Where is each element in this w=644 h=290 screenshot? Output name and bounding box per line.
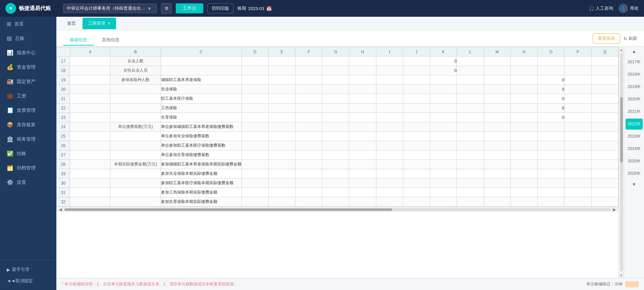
cell-18-o[interactable] <box>538 66 565 75</box>
cell-17-l[interactable] <box>457 57 484 66</box>
cell-17-g[interactable] <box>322 57 349 66</box>
cell-28-p[interactable] <box>565 160 591 169</box>
cell-18-j[interactable] <box>403 66 430 75</box>
cell-20-e[interactable] <box>268 85 295 94</box>
cell-28-a[interactable] <box>70 160 110 169</box>
cell-29-q[interactable] <box>591 169 618 178</box>
sub-tab-other[interactable]: 其他信息 <box>95 35 126 46</box>
cell-17-e[interactable] <box>268 57 295 66</box>
cell-32-e[interactable] <box>268 197 295 207</box>
cell-31-k[interactable] <box>430 188 457 197</box>
cell-20-j[interactable] <box>403 85 430 94</box>
cell-19-e[interactable] <box>268 75 295 85</box>
cell-30-m[interactable] <box>484 178 511 188</box>
cell-29-f[interactable] <box>296 169 322 178</box>
calendar-icon[interactable]: 📅 <box>266 6 272 11</box>
cell-32-k[interactable] <box>430 197 457 207</box>
cell-27-l[interactable] <box>457 150 484 160</box>
cell-32-j[interactable] <box>403 197 430 207</box>
sub-tab-basic[interactable]: 基础信息 <box>63 35 94 46</box>
cell-29-e[interactable] <box>268 169 295 178</box>
cell-30-i[interactable] <box>376 178 403 188</box>
cell-19-l[interactable] <box>457 75 484 85</box>
cell-22-e[interactable] <box>268 103 295 113</box>
cell-25-o[interactable] <box>538 132 565 141</box>
cell-30-l[interactable] <box>457 178 484 188</box>
cell-19-h[interactable] <box>349 75 376 85</box>
cell-29-k[interactable] <box>430 169 457 178</box>
cell-26-o[interactable] <box>538 141 565 150</box>
cell-17-d[interactable] <box>241 57 268 66</box>
cell-17-n[interactable] <box>511 57 537 66</box>
cell-22-c[interactable]: 工伤保险 <box>161 103 241 113</box>
cell-25-k[interactable] <box>430 132 457 141</box>
cell-22-a[interactable] <box>70 103 110 113</box>
cell-29-d[interactable] <box>241 169 268 178</box>
year-2021[interactable]: 2021年 <box>626 106 643 117</box>
scroll-left-arrow[interactable]: ◀ <box>58 207 63 212</box>
service-button[interactable]: 🎧 人工咨询 <box>589 5 613 11</box>
v-scroll-up-arrow[interactable]: ▲ <box>619 47 624 52</box>
cell-30-o[interactable] <box>538 178 565 188</box>
cell-18-q[interactable] <box>591 66 618 75</box>
cell-32-l[interactable] <box>457 197 484 207</box>
cell-19-a[interactable] <box>70 75 110 85</box>
cell-25-c[interactable]: 单位参加失业保险缴费基数 <box>161 132 241 141</box>
v-scroll-down-arrow[interactable]: ▼ <box>619 273 624 278</box>
cell-31-b[interactable] <box>110 188 161 197</box>
year-2026[interactable]: 2026年 <box>626 168 643 179</box>
cell-29-h[interactable] <box>349 169 376 178</box>
cell-18-k[interactable]: 0 <box>430 66 457 75</box>
cell-21-l[interactable] <box>457 94 484 103</box>
cell-22-m[interactable] <box>484 103 511 113</box>
cell-25-l[interactable] <box>457 132 484 141</box>
cell-30-e[interactable] <box>268 178 295 188</box>
cell-25-d[interactable] <box>241 132 268 141</box>
sidebar-item-invoice[interactable]: 🧾 发票管理 <box>0 103 56 118</box>
cell-31-g[interactable] <box>322 188 349 197</box>
sidebar-item-closing[interactable]: ✅ 结账 <box>0 146 56 161</box>
cell-24-f[interactable] <box>296 122 322 132</box>
cell-22-o[interactable]: 0 <box>538 103 565 113</box>
cell-26-q[interactable] <box>591 141 618 150</box>
sidebar-item-archive[interactable]: 🗂️ 归档管理 <box>0 161 56 175</box>
cell-28-d[interactable] <box>241 160 268 169</box>
cell-19-q[interactable] <box>591 75 618 85</box>
cell-17-j[interactable] <box>403 57 430 66</box>
cell-27-g[interactable] <box>322 150 349 160</box>
cell-22-f[interactable] <box>296 103 322 113</box>
cell-21-h[interactable] <box>349 94 376 103</box>
cell-23-n[interactable] <box>511 113 537 122</box>
cell-20-m[interactable] <box>484 85 511 94</box>
cell-23-a[interactable] <box>70 113 110 122</box>
cell-31-f[interactable] <box>296 188 322 197</box>
cell-24-a[interactable] <box>70 122 110 132</box>
cell-28-j[interactable] <box>403 160 430 169</box>
cell-27-b[interactable] <box>110 150 161 160</box>
tab-business[interactable]: 工商管理 ✕ <box>83 18 116 29</box>
cell-17-b[interactable]: 从业人数 <box>110 57 161 66</box>
cell-24-e[interactable] <box>268 122 295 132</box>
cell-25-f[interactable] <box>296 132 322 141</box>
cell-19-b[interactable]: 参保各险种人数 <box>110 75 161 85</box>
cell-24-m[interactable] <box>484 122 511 132</box>
sidebar-item-tax[interactable]: 🏦 税务管理 <box>0 132 56 146</box>
cell-31-j[interactable] <box>403 188 430 197</box>
cell-21-b[interactable] <box>110 94 161 103</box>
cell-21-n[interactable] <box>511 94 537 103</box>
cell-26-c[interactable]: 单位参加职工基本医疗保险缴费基数 <box>161 141 241 150</box>
cell-32-q[interactable] <box>591 197 618 207</box>
cell-26-h[interactable] <box>349 141 376 150</box>
cell-23-e[interactable] <box>268 113 295 122</box>
cell-26-i[interactable] <box>376 141 403 150</box>
cell-18-c[interactable] <box>161 66 241 75</box>
cell-18-n[interactable] <box>511 66 537 75</box>
cell-30-k[interactable] <box>430 178 457 188</box>
cell-23-q[interactable] <box>591 113 618 122</box>
cell-23-j[interactable] <box>403 113 430 122</box>
cell-19-d[interactable] <box>241 75 268 85</box>
cell-25-a[interactable] <box>70 132 110 141</box>
cell-31-e[interactable] <box>268 188 295 197</box>
cell-26-j[interactable] <box>403 141 430 150</box>
cell-30-b[interactable] <box>110 178 161 188</box>
